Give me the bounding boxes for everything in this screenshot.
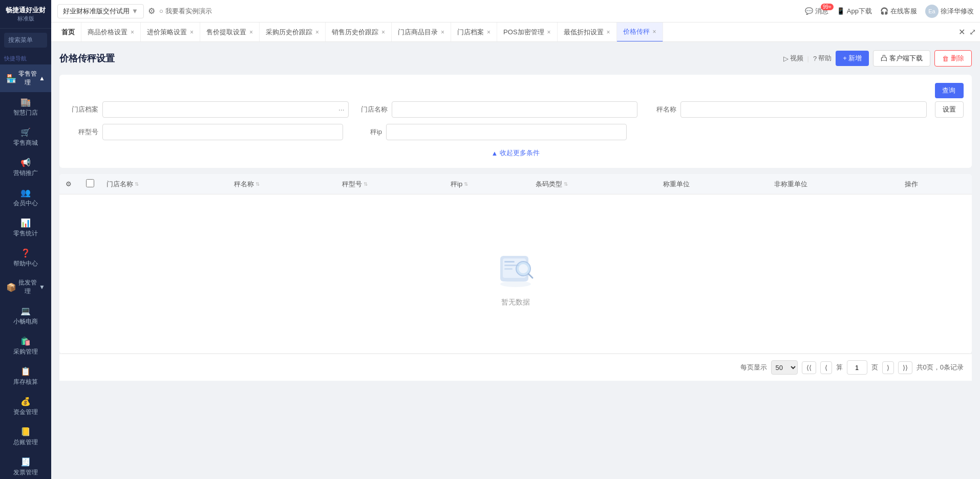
sidebar-item-retail-mall[interactable]: 🛒 零售商城 [0, 122, 51, 153]
query-button[interactable]: 查询 [935, 83, 964, 98]
tab-purchase-history[interactable]: 采购历史价跟踪 × [260, 23, 326, 42]
avatar-initials: Ea [928, 8, 935, 14]
purchase-icon: 🛍️ [20, 336, 31, 346]
tab-pos-encrypt[interactable]: POS加密管理 × [497, 23, 557, 42]
scale-ip-input[interactable] [386, 124, 627, 140]
sidebar-item-inventory[interactable]: 📋 库存核算 [0, 361, 51, 391]
help-label: 帮助 [818, 54, 832, 63]
sidebar-item-purchase[interactable]: 🛍️ 采购管理 [0, 331, 51, 361]
online-service-button[interactable]: 🎧 在线客服 [880, 7, 917, 16]
weight-unit-column-header: 称重单位 [657, 174, 768, 194]
tab-store-catalog[interactable]: 门店商品目录 × [392, 23, 451, 42]
sidebar-item-label: 营销推广 [13, 169, 38, 178]
tab-sale-price[interactable]: 售价提取设置 × [200, 23, 260, 42]
tab-close-icon[interactable]: × [190, 29, 194, 36]
svg-point-0 [500, 281, 531, 287]
online-service-icon: 🎧 [880, 7, 888, 15]
tab-sale-history[interactable]: 销售历史价跟踪 × [326, 23, 392, 42]
barcode-type-column-header[interactable]: 条码类型 ⇅ [529, 174, 657, 194]
demo-label: 我要看实例演示 [165, 7, 212, 16]
sidebar-item-retail-stats[interactable]: 📊 零售统计 [0, 213, 51, 243]
next-page-button[interactable]: ⟩ [882, 361, 894, 374]
search-form: 门店档案 ··· 门店名称 秤名称 查询 设置 [59, 75, 972, 168]
sidebar-item-invoice[interactable]: 🧾 发票管理 [0, 452, 51, 479]
select-all-checkbox[interactable] [86, 179, 94, 187]
store-file-select-icon[interactable]: ··· [338, 105, 345, 114]
sidebar-item-wholesale-mgmt[interactable]: 📦 批发管理 ▼ [0, 273, 51, 301]
tab-price-strategy[interactable]: 进价策略设置 × [141, 23, 200, 42]
tab-close-icon[interactable]: × [315, 29, 319, 36]
per-page-select[interactable]: 50 10 20 100 [771, 360, 798, 375]
tab-close-icon[interactable]: × [547, 29, 551, 36]
sidebar-item-finance[interactable]: 💰 资金管理 [0, 391, 51, 422]
settings-column-header[interactable]: ⚙ [59, 174, 80, 194]
scale-ip-column-header[interactable]: 秤ip ⇅ [444, 174, 529, 194]
page-prefix-label: 算 [836, 363, 843, 372]
app-download-button[interactable]: 📱 App下载 [837, 7, 872, 16]
delete-button[interactable]: 🗑 删除 [934, 50, 972, 67]
page-number-input[interactable] [847, 360, 867, 375]
retail-mgmt-icon: 🏪 [6, 74, 16, 83]
tab-label: 采购历史价跟踪 [266, 28, 312, 37]
tab-expand-button[interactable]: ⤢ [969, 27, 976, 37]
notification-icon: 💬 [805, 7, 813, 15]
scale-model-input[interactable] [102, 124, 343, 140]
sidebar-item-general-ledger[interactable]: 📒 总账管理 [0, 422, 51, 452]
notifications-button[interactable]: 💬 消息 99+ [805, 7, 828, 16]
tab-product-price[interactable]: 商品价格设置 × [81, 23, 141, 42]
version-selector[interactable]: 好业财标准版交付试用 ▼ [57, 4, 144, 18]
form-item-scale-ip: 秤ip [351, 124, 627, 140]
video-link[interactable]: ▷ 视频 [783, 54, 803, 63]
add-button[interactable]: + 新增 [836, 51, 869, 66]
tab-label: 门店档案 [457, 28, 484, 37]
tab-close-icon[interactable]: × [441, 29, 444, 36]
sidebar-item-smart-store[interactable]: 🏬 智慧门店 [0, 92, 51, 122]
scale-model-label: 秤型号 [68, 127, 98, 137]
app-download-icon: 📱 [837, 7, 845, 15]
tab-close-icon[interactable]: × [131, 29, 134, 36]
sidebar-item-ec[interactable]: 💻 小畅电商 [0, 301, 51, 331]
collapse-button[interactable]: ▲ 收起更多条件 [492, 146, 540, 160]
tab-close-icon[interactable]: × [249, 29, 253, 36]
tab-close-all-button[interactable]: ✕ [958, 27, 965, 37]
help-link[interactable]: ? 帮助 [813, 54, 832, 63]
last-page-button[interactable]: ⟩⟩ [898, 361, 912, 374]
store-name-column-header[interactable]: 门店名称 ⇅ [100, 174, 228, 194]
smart-store-icon: 🏬 [20, 97, 31, 107]
pagination: 每页显示 50 10 20 100 ⟨⟨ ⟨ 算 页 ⟩ ⟩⟩ 共0页，0条记录 [59, 354, 972, 381]
data-table: ⚙ 门店名称 ⇅ 秤名称 [59, 174, 972, 354]
first-page-button[interactable]: ⟨⟨ [802, 361, 816, 374]
topbar-settings-button[interactable]: ⚙ [148, 6, 155, 16]
col-label: 秤型号 [342, 180, 362, 189]
tab-close-icon[interactable]: × [607, 29, 610, 36]
tab-label: 最低折扣设置 [564, 28, 604, 37]
tab-price-scale[interactable]: 价格传秤 × [617, 23, 663, 42]
tab-close-icon[interactable]: × [487, 29, 491, 36]
sidebar-item-retail-mgmt[interactable]: 🏪 零售管理 ▲ [0, 64, 51, 92]
tab-close-icon[interactable]: × [653, 28, 656, 35]
demo-link[interactable]: ○ 我要看实例演示 [159, 7, 212, 16]
tab-min-discount[interactable]: 最低折扣设置 × [558, 23, 617, 42]
store-name-input[interactable] [392, 101, 638, 118]
empty-cell: 暂无数据 [59, 194, 972, 354]
scale-name-column-header[interactable]: 秤名称 ⇅ [228, 174, 336, 194]
settings-form-button[interactable]: 设置 [935, 101, 964, 118]
sidebar-item-help-center[interactable]: ❓ 帮助中心 [0, 243, 51, 273]
tab-label: 商品价格设置 [88, 28, 127, 37]
tab-home[interactable]: 首页 [55, 23, 81, 42]
avatar: Ea [925, 5, 939, 18]
search-menu-button[interactable]: 搜索菜单 [4, 33, 47, 48]
scale-model-column-header[interactable]: 秤型号 ⇅ [336, 174, 444, 194]
sidebar-item-label: 库存核算 [13, 378, 38, 386]
wholesale-icon: 📦 [6, 282, 16, 292]
download-button[interactable]: 凸 客户端下载 [873, 50, 930, 67]
scale-name-input[interactable] [680, 101, 927, 118]
tab-close-icon[interactable]: × [381, 29, 385, 36]
form-item-store-name: 门店名称 [357, 101, 638, 118]
tab-store-file[interactable]: 门店档案 × [451, 23, 497, 42]
sidebar-item-marketing[interactable]: 📢 营销推广 [0, 153, 51, 183]
sidebar-item-member-center[interactable]: 👥 会员中心 [0, 183, 51, 213]
store-file-input[interactable] [102, 101, 349, 118]
prev-page-button[interactable]: ⟨ [820, 361, 832, 374]
user-menu-button[interactable]: Ea 徐泽华修改 [925, 5, 974, 18]
